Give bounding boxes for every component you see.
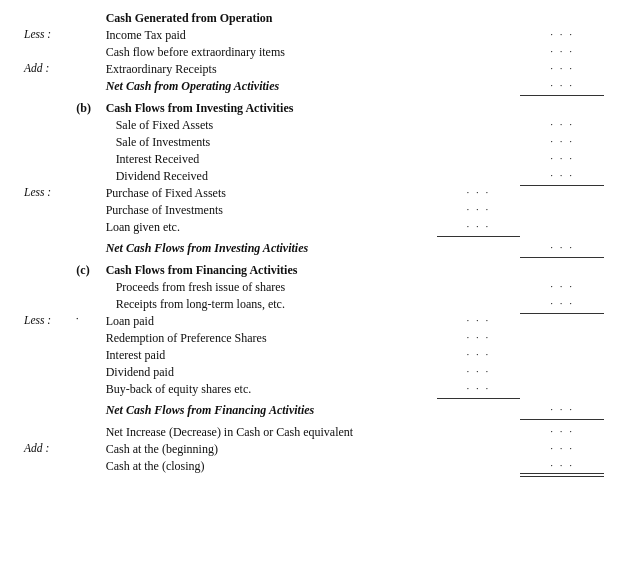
amt1-cell: · · · <box>437 330 521 347</box>
letter-cell <box>72 219 101 236</box>
amt2-cell <box>520 381 604 398</box>
amt2-cell: · · · <box>520 44 604 61</box>
amt2-cell <box>520 10 604 27</box>
letter-cell <box>72 185 101 202</box>
desc-cell: Dividend paid <box>102 364 437 381</box>
table-row: Loan given etc. · · · <box>20 219 604 236</box>
amt1-cell <box>437 168 521 185</box>
amt2-cell: · · · <box>520 61 604 78</box>
label-cell <box>20 424 72 441</box>
amt1-cell <box>437 10 521 27</box>
amt2-cell <box>520 185 604 202</box>
letter-cell: (c) <box>72 262 101 279</box>
table-row: Sale of Fixed Assets · · · <box>20 117 604 134</box>
desc-cell: Proceeds from fresh issue of shares <box>102 279 437 296</box>
label-cell <box>20 78 72 95</box>
amt2-cell: · · · <box>520 296 604 313</box>
amt1-cell <box>437 279 521 296</box>
amt2-cell <box>520 202 604 219</box>
letter-cell <box>72 296 101 313</box>
amt2-cell <box>520 330 604 347</box>
label-cell <box>20 219 72 236</box>
table-row: Interest paid · · · <box>20 347 604 364</box>
label-cell <box>20 134 72 151</box>
amt2-cell <box>520 262 604 279</box>
label-cell <box>20 44 72 61</box>
letter-cell <box>72 347 101 364</box>
table-row: Buy-back of equity shares etc. · · · <box>20 381 604 398</box>
amt2-cell: · · · <box>520 424 604 441</box>
desc-cell: Cash at the (closing) <box>102 458 437 475</box>
amt1-cell: · · · <box>437 185 521 202</box>
table-row: Add : Extraordinary Receipts · · · <box>20 61 604 78</box>
table-row: Receipts from long-term loans, etc. · · … <box>20 296 604 313</box>
letter-cell <box>72 402 101 419</box>
letter-cell <box>72 10 101 27</box>
label-cell: Less : <box>20 27 72 44</box>
letter-cell <box>72 330 101 347</box>
amt1-cell: · · · <box>437 219 521 236</box>
letter-cell <box>72 151 101 168</box>
amt2-cell <box>520 313 604 330</box>
label-cell <box>20 202 72 219</box>
amt2-cell: · · · <box>520 151 604 168</box>
letter-cell <box>72 458 101 475</box>
table-row: Net Increase (Decrease) in Cash or Cash … <box>20 424 604 441</box>
amt1-cell <box>437 44 521 61</box>
letter-cell <box>72 78 101 95</box>
label-cell <box>20 347 72 364</box>
label-cell: Less : <box>20 185 72 202</box>
amt2-cell: · · · <box>520 78 604 95</box>
amt1-cell <box>437 61 521 78</box>
table-row: Redemption of Preference Shares · · · <box>20 330 604 347</box>
label-cell <box>20 330 72 347</box>
amt1-cell <box>437 262 521 279</box>
label-cell <box>20 381 72 398</box>
desc-cell: Cash at the (beginning) <box>102 441 437 458</box>
desc-cell: Purchase of Fixed Assets <box>102 185 437 202</box>
table-row: (c) Cash Flows from Financing Activities <box>20 262 604 279</box>
amt1-cell <box>437 296 521 313</box>
letter-cell <box>72 364 101 381</box>
amt1-cell <box>437 100 521 117</box>
amt2-cell: · · · <box>520 240 604 257</box>
cash-flow-statement: Cash Generated from Operation Less : Inc… <box>20 10 604 477</box>
desc-cell: Loan given etc. <box>102 219 437 236</box>
section-header: Cash Flows from Investing Activities <box>102 100 437 117</box>
label-cell <box>20 279 72 296</box>
table-row: (b) Cash Flows from Investing Activities <box>20 100 604 117</box>
letter-cell <box>72 381 101 398</box>
amt2-cell: · · · <box>520 27 604 44</box>
desc-cell: Redemption of Preference Shares <box>102 330 437 347</box>
letter-cell <box>72 424 101 441</box>
label-cell <box>20 117 72 134</box>
table-row: Dividend paid · · · <box>20 364 604 381</box>
desc-cell: Receipts from long-term loans, etc. <box>102 296 437 313</box>
amt1-cell <box>437 458 521 475</box>
table-row: Cash at the (closing) · · · <box>20 458 604 475</box>
amt1-cell: · · · <box>437 364 521 381</box>
amt1-cell <box>437 134 521 151</box>
table-row: Net Cash Flows from Financing Activities… <box>20 402 604 419</box>
amt1-cell: · · · <box>437 347 521 364</box>
letter-cell: (b) <box>72 100 101 117</box>
amt1-cell <box>437 402 521 419</box>
label-cell: Less : <box>20 313 72 330</box>
table-row: Sale of Investments · · · <box>20 134 604 151</box>
table-row: Net Cash Flows from Investing Activities… <box>20 240 604 257</box>
desc-cell: Net Cash Flows from Investing Activities <box>102 240 437 257</box>
letter-cell <box>72 61 101 78</box>
desc-cell: Sale of Investments <box>102 134 437 151</box>
amt1-cell: · · · <box>437 313 521 330</box>
amt1-cell <box>437 78 521 95</box>
table-row: Dividend Received · · · <box>20 168 604 185</box>
table-row: Less : · Loan paid · · · <box>20 313 604 330</box>
amt2-cell: · · · <box>520 279 604 296</box>
amt2-cell: · · · <box>520 458 604 475</box>
amt2-cell <box>520 347 604 364</box>
desc-cell: Dividend Received <box>102 168 437 185</box>
amt1-cell <box>437 27 521 44</box>
amt2-cell <box>520 364 604 381</box>
letter-cell: · <box>72 313 101 330</box>
desc-cell: Buy-back of equity shares etc. <box>102 381 437 398</box>
